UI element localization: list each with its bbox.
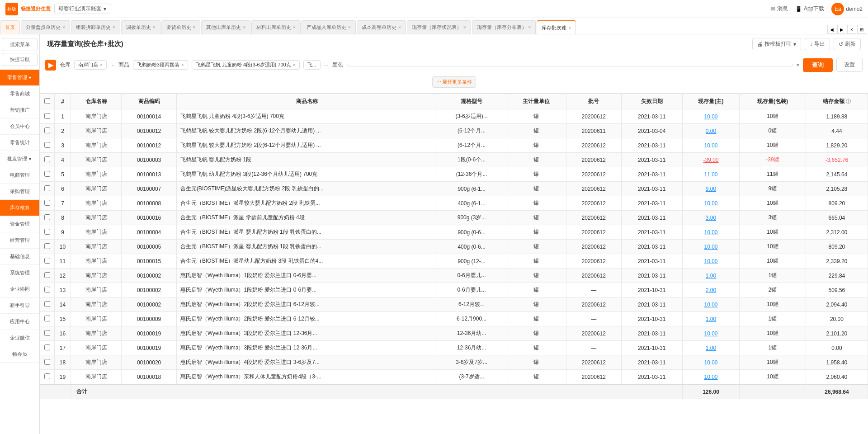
goods-filter-tag2[interactable]: 飞鹤星飞帆 儿童奶粉 4段(3-6岁适用) 700克 ×: [192, 60, 300, 70]
tab-10-close[interactable]: ×: [528, 25, 531, 30]
sidebar-item-system[interactable]: 系统管理: [0, 265, 39, 281]
sidebar-item-retail-management[interactable]: 零售管理 ▼: [0, 70, 39, 86]
filter-toggle-button[interactable]: ▶: [45, 60, 56, 71]
row-checkbox-cell[interactable]: [40, 341, 55, 355]
goods-filter-tag3[interactable]: 飞...: [303, 60, 321, 70]
tab-6[interactable]: 材料出库单历史 ×: [251, 20, 301, 34]
row-checkbox[interactable]: [44, 258, 50, 264]
row-checkbox[interactable]: [44, 200, 50, 206]
tab-7[interactable]: 产成品入库单历史 ×: [302, 20, 356, 34]
color-filter-input[interactable]: [347, 64, 793, 66]
row-checkbox[interactable]: [44, 127, 50, 133]
row-qty-main[interactable]: 10.00: [682, 326, 739, 341]
goods-more[interactable]: ···: [324, 62, 329, 68]
row-checkbox-cell[interactable]: [40, 312, 55, 326]
row-qty-main[interactable]: 10.00: [682, 254, 739, 269]
row-checkbox[interactable]: [44, 214, 50, 220]
row-qty-main[interactable]: -39.00: [682, 153, 739, 167]
message-button[interactable]: ✉ 消息: [771, 5, 788, 13]
row-checkbox[interactable]: [44, 287, 50, 292]
tab-5-close[interactable]: ×: [243, 25, 245, 30]
row-qty-main[interactable]: 1.00: [682, 269, 739, 283]
tab-next-button[interactable]: ▶: [837, 25, 846, 34]
row-checkbox-cell[interactable]: [40, 240, 55, 254]
tab-3[interactable]: 调拨单历史 ×: [121, 20, 160, 34]
row-qty-main[interactable]: 1.00: [682, 312, 739, 326]
sidebar-item-app-center[interactable]: 应用中心: [0, 314, 39, 330]
warehouse-tag-close[interactable]: ×: [100, 62, 103, 67]
row-checkbox-cell[interactable]: [40, 370, 55, 385]
sidebar-item-retail-mall[interactable]: 零售商城: [0, 86, 39, 102]
row-qty-main[interactable]: 10.00: [682, 355, 739, 370]
user-area[interactable]: Ea demo2: [831, 3, 863, 15]
sidebar-item-guide[interactable]: 新手引导: [0, 297, 39, 314]
tab-7-close[interactable]: ×: [348, 25, 351, 30]
row-checkbox-cell[interactable]: [40, 124, 55, 138]
sidebar-item-member-center[interactable]: 会员中心: [0, 118, 39, 135]
row-checkbox-cell[interactable]: [40, 326, 55, 341]
tab-5[interactable]: 其他出库单历史 ×: [201, 20, 250, 34]
tab-3-close[interactable]: ×: [153, 25, 156, 30]
select-all-checkbox[interactable]: [44, 98, 50, 104]
sidebar-item-ecommerce[interactable]: 电商管理: [0, 167, 39, 184]
sidebar-item-business[interactable]: 经营管理: [0, 232, 39, 249]
sidebar-item-basic-info[interactable]: 基础信息: [0, 249, 39, 265]
row-checkbox-cell[interactable]: [40, 297, 55, 312]
row-qty-main[interactable]: 10.00: [682, 109, 739, 124]
row-qty-main[interactable]: 11.00: [682, 167, 739, 182]
quick-nav-button[interactable]: 快捷导航: [2, 53, 38, 66]
tab-8[interactable]: 成本调整单历史 ×: [357, 20, 406, 34]
tab-6-close[interactable]: ×: [293, 25, 296, 30]
row-qty-main[interactable]: 10.00: [682, 240, 739, 254]
row-checkbox[interactable]: [44, 272, 50, 278]
row-checkbox[interactable]: [44, 301, 50, 307]
row-checkbox-cell[interactable]: [40, 283, 55, 297]
tab-home[interactable]: 首页: [0, 20, 20, 34]
row-qty-main[interactable]: 10.00: [682, 138, 739, 153]
expand-more-button[interactable]: ⋯ 展开更多条件: [432, 76, 476, 88]
tab-prev-button[interactable]: ◀: [827, 25, 836, 34]
warehouse-more[interactable]: ···: [110, 62, 115, 68]
sidebar-item-wholesale[interactable]: 批发管理 ▼: [0, 151, 39, 167]
row-checkbox-cell[interactable]: [40, 182, 55, 196]
goods-tag1-close[interactable]: ×: [181, 62, 184, 67]
tab-11-close[interactable]: ×: [568, 25, 571, 30]
row-qty-main[interactable]: 2.00: [682, 283, 739, 297]
row-checkbox-cell[interactable]: [40, 225, 55, 240]
sidebar-item-finance[interactable]: 资金管理: [0, 216, 39, 232]
sidebar-item-member[interactable]: 畅会员: [0, 346, 39, 363]
warehouse-filter-tag[interactable]: 南岸门店 ×: [74, 60, 107, 70]
filter-expand-arrow[interactable]: ▾: [797, 62, 799, 68]
row-checkbox-cell[interactable]: [40, 138, 55, 153]
row-checkbox[interactable]: [44, 359, 50, 365]
row-checkbox-cell[interactable]: [40, 196, 55, 211]
row-checkbox-cell[interactable]: [40, 254, 55, 269]
sidebar-item-marketing[interactable]: 营销推广: [0, 102, 39, 118]
sidebar-item-purchase[interactable]: 采购管理: [0, 184, 39, 200]
sidebar-item-retail-stats[interactable]: 零售统计: [0, 135, 39, 151]
row-qty-main[interactable]: 3.00: [682, 211, 739, 225]
refresh-button[interactable]: ↺ 刷新: [834, 38, 861, 50]
row-checkbox[interactable]: [44, 316, 50, 321]
query-button[interactable]: 查询: [803, 58, 833, 72]
row-qty-main[interactable]: 10.00: [682, 297, 739, 312]
row-checkbox-cell[interactable]: [40, 355, 55, 370]
row-checkbox-cell[interactable]: [40, 109, 55, 124]
row-checkbox[interactable]: [44, 229, 50, 235]
col-checkbox[interactable]: [40, 94, 55, 109]
row-checkbox[interactable]: [44, 142, 50, 148]
row-checkbox[interactable]: [44, 185, 50, 191]
row-checkbox-cell[interactable]: [40, 167, 55, 182]
tab-1[interactable]: 分量盘点单历史 ×: [21, 20, 70, 34]
app-download-button[interactable]: 📱 App下载: [795, 5, 824, 13]
row-checkbox-cell[interactable]: [40, 211, 55, 225]
tab-8-close[interactable]: ×: [398, 25, 401, 30]
row-qty-main[interactable]: 10.00: [682, 196, 739, 211]
row-checkbox[interactable]: [44, 330, 50, 336]
goods-tag2-close[interactable]: ×: [293, 62, 296, 67]
tab-9-close[interactable]: ×: [463, 25, 466, 30]
sidebar-item-wechat[interactable]: 企业微信: [0, 330, 39, 346]
template-print-button[interactable]: 🖨 按模板打印 ▾: [752, 38, 801, 50]
row-qty-main[interactable]: 1.00: [682, 341, 739, 355]
row-checkbox[interactable]: [44, 344, 50, 350]
